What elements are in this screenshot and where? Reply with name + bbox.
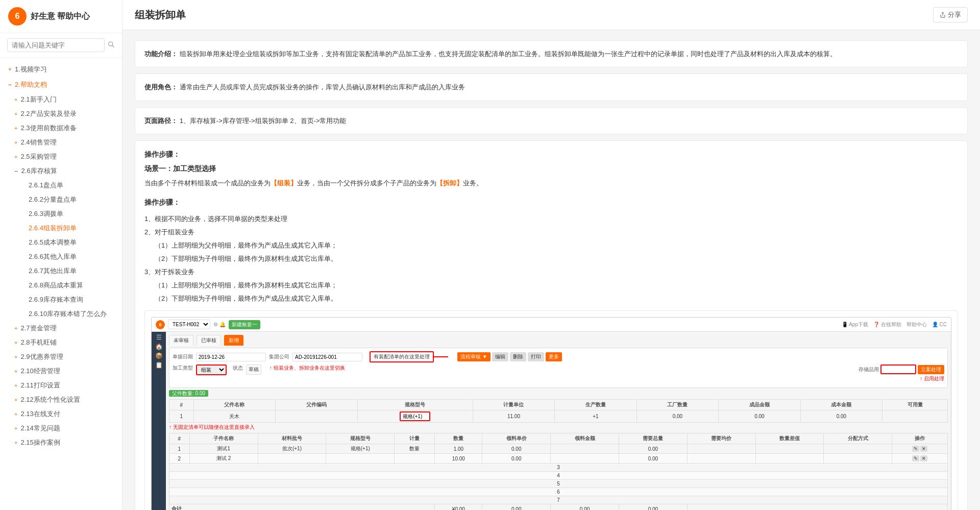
col2-num: # [169,433,190,444]
sidebar-item-docs-26[interactable]: − 2.6库存核算 [14,164,122,178]
expand-icon: + [14,368,17,374]
sim-section-badge: 父件数量: 0.00 [169,390,208,397]
sidebar-item-docs-210[interactable]: + 2.10经营管理 [14,364,122,378]
sidebar-item-video[interactable]: + 1.视频学习 [0,62,122,77]
sim-type-select[interactable]: 组装 拆卸 [196,365,227,375]
sim-confirm-btn[interactable]: 立案处理 [918,365,944,374]
sim-status-value: 草稿 [246,365,261,375]
sim-tab-unreviewed[interactable]: 未审核 [169,335,193,346]
sim-form-row1: 单据日期 集团公司 有装配清单的在这里处理 [173,351,944,362]
sidebar-item-docs-266[interactable]: 2.6.6其他入库单 [29,250,122,264]
path-text: 1、库存核算->库存管理->组装拆卸单 2、首页->常用功能 [180,117,347,125]
expand-icon: + [14,411,17,417]
sim-sub-table: # 子件名称 材料批号 规格型号 计量 数量 领料单价 领料金额 需要总量 [169,433,948,510]
role-text: 通常由生产人员或库管人员完成拆装业务的操作，库管人员确认原材料的出库和产成品的入… [180,83,465,91]
sim-tab-reviewed[interactable]: 已审核 [197,335,221,346]
sidebar-item-docs-267[interactable]: 2.6.7其他出库单 [29,264,122,278]
sidebar-item-docs-28[interactable]: + 2.8手机旺铺 [14,335,122,350]
sidebar-item-docs-213[interactable]: + 2.13在线支付 [14,407,122,421]
sidebar-item-docs-214[interactable]: + 2.14常见问题 [14,421,122,435]
sim-row-edit-btn[interactable]: ✎ [912,446,919,452]
sim-row-edit-btn[interactable]: ✎ [912,455,919,462]
col-parent-code: 父件编码 [276,400,358,410]
col2-batch: 材料批号 [258,433,326,444]
expand-icon: + [8,66,12,73]
intro-text: 组装拆卸单用来处理企业组装或拆卸等加工业务，支持有固定装配清单的产品加工业务，也… [180,50,837,58]
sidebar-item-docs-2610[interactable]: 2.6.10库存账本错了怎么办 [29,307,122,321]
screenshot-container: 6 TEST-H002 ⚙ 🔔 新建账套一 📱 App下载 ❓ 在线帮助 帮助中… [144,310,958,510]
sim-print-btn[interactable]: 打印 [528,352,544,361]
sim-new-btn[interactable]: 新建账套一 [229,320,260,329]
footer-uprice: 0.00 [482,504,551,510]
sidebar-item-docs-265[interactable]: 2.6.5成本调整单 [29,235,122,250]
cell-spec [357,410,473,423]
sidebar-item-docs-21[interactable]: + 2.1新手入门 [14,92,122,107]
search-input[interactable] [7,38,105,52]
sidebar-item-docs-29[interactable]: + 2.9优惠券管理 [14,350,122,364]
sim-section-label-area: 父件数量: 0.00 [169,390,948,397]
sim-action-btns: 流程审核 ▼ 编辑 删除 打印 更多 [457,352,562,361]
sidebar-item-docs-23[interactable]: + 2.3使用前数据准备 [14,121,122,135]
expand-icon: + [14,325,17,331]
sim-spec-input[interactable] [400,411,430,421]
sim-app-download: 📱 App下载 [842,321,868,328]
sim-more-btn[interactable]: 更多 [546,352,562,361]
sidebar-item-docs-215[interactable]: + 2.15操作案例 [14,435,122,450]
cell-unit [395,454,435,464]
sim-nav-icon-2: 🏠 [155,343,163,350]
sim-type-label: 加工类型 [173,365,193,372]
footer-amt: 0.00 [551,504,619,510]
sim-nav-icon-4: 📋 [155,361,163,369]
sim-tab-new[interactable]: 新增 [224,335,243,346]
cell-amt [551,454,619,464]
cell-uprice: 0.00 [482,454,551,464]
sim-docno-input[interactable] [292,353,362,361]
sidebar-item-docs-262[interactable]: 2.6.2分量盘点单 [29,192,122,207]
col2-avg: 需要均价 [687,433,755,444]
sidebar-item-docs-264[interactable]: 2.6.4组装拆卸单 [29,221,122,235]
cell-avail [883,410,948,423]
sidebar-item-docs-22[interactable]: + 2.2产品安装及登录 [14,107,122,121]
sim-annotation4: ↑ 无固定清单可以随便在这里直接录入 [169,424,948,431]
ops-steps-title: 操作步骤： [144,195,958,209]
sidebar-item-docs-211[interactable]: + 2.11打印设置 [14,378,122,393]
sidebar-item-docs-268[interactable]: 2.6.8商品成本重算 [29,278,122,293]
sidebar-item-docs-25[interactable]: + 2.5采购管理 [14,150,122,164]
sim-delete-btn[interactable]: 删除 [510,352,526,361]
table-row: 1 测试1 批次(+1) 规格(+1) 数量 1.00 0.00 0.00 [169,444,948,454]
sidebar-item-docs-24[interactable]: + 2.4销售管理 [14,135,122,150]
collapse-icon: − [14,167,18,175]
sim-company-select[interactable]: TEST-H002 [168,320,210,329]
cell-name: 关木 [193,410,276,423]
sim-process-btn[interactable]: 流程审核 ▼ [457,352,491,361]
sim-company-label: 集团公司 [269,353,289,360]
sim-form-area: 单据日期 集团公司 有装配清单的在这里处理 [169,348,948,388]
sim-edit-btn[interactable]: 编辑 [492,352,508,361]
search-icon[interactable] [108,41,115,50]
sim-date-input[interactable] [196,353,266,361]
sidebar-item-docs-263[interactable]: 2.6.3调拨单 [29,207,122,221]
cell-spec: 规格(+1) [326,444,395,454]
sidebar-item-docs[interactable]: − 2.帮助文档 [0,77,122,92]
cell-spec [326,454,395,464]
sim-youyong-input[interactable] [880,365,916,374]
share-button[interactable]: 分享 [933,7,968,22]
sim-youyong-area: 存储品用 立案处理 ↑ 启用处理 [859,365,944,382]
col-available: 可用量 [883,400,948,410]
step3-sub2: （2）下部明细为子件明细，最终作为产成品生成其它入库单。 [155,292,958,305]
sidebar-item-docs-27[interactable]: + 2.7资金管理 [14,321,122,335]
sim-form-row2: 加工类型 组装 拆卸 状态 草稿 ↑ 组装业务、拆卸业务 [173,365,944,382]
sim-row-delete-btn[interactable]: ✕ [920,446,927,452]
col-parent-name: 父件名称 [193,400,276,410]
cell-qty: 10.00 [435,454,482,464]
main-content: 组装拆卸单 分享 功能介绍： 组装拆卸单用来处理企业组装或拆卸等加工业务，支持有… [122,0,980,510]
sidebar-item-docs-269[interactable]: 2.6.9库存账本查询 [29,293,122,307]
sim-nav-icon-1: ☰ [156,334,162,341]
page-title: 组装拆卸单 [135,8,186,22]
footer-qty: ¥0.00 [435,504,482,510]
path-label: 页面路径： [144,117,178,125]
sim-sub-table-header: # 子件名称 材料批号 规格型号 计量 数量 领料单价 领料金额 需要总量 [169,433,948,444]
sim-row-delete-btn[interactable]: ✕ [920,455,927,462]
sidebar-item-docs-212[interactable]: + 2.12系统个性化设置 [14,393,122,407]
sidebar-item-docs-261[interactable]: 2.6.1盘点单 [29,178,122,192]
